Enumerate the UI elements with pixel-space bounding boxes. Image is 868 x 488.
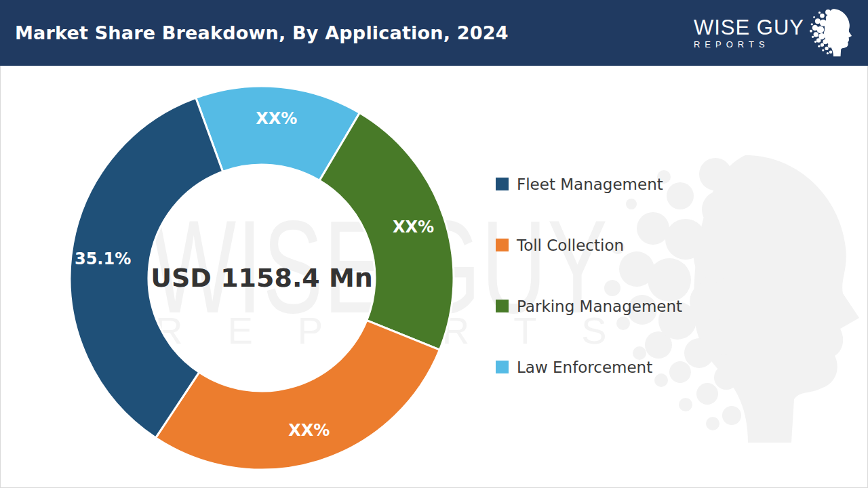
legend-item-fleet-management: Fleet Management [496, 174, 682, 194]
report-page: Market Share Breakdown, By Application, … [0, 0, 868, 488]
legend-swatch-law-enforcement [496, 361, 509, 373]
brand-subtitle: REPORTS [694, 40, 804, 49]
donut-slice-toll-collection [156, 321, 440, 470]
page-title: Market Share Breakdown, By Application, … [15, 22, 509, 43]
chart-area: WISE GUY REPORTS XX%XX%XX%35.1% USD 1158… [0, 66, 868, 488]
legend-label-fleet-management: Fleet Management [517, 176, 663, 193]
legend-item-toll-collection: Toll Collection [496, 235, 682, 255]
donut-chart: XX%XX%XX%35.1% [1, 66, 867, 487]
slice-label-toll-collection: XX% [288, 421, 330, 440]
slice-label-law-enforcement: XX% [256, 109, 297, 128]
legend-item-parking-management: Parking Management [496, 296, 682, 316]
brand-face-icon [808, 6, 853, 60]
brand-logo: WISE GUY REPORTS [694, 6, 853, 60]
slice-label-parking-management: XX% [393, 218, 434, 237]
legend-swatch-toll-collection [496, 239, 509, 251]
donut-center-value: USD 1158.4 Mn [151, 263, 373, 293]
legend-label-law-enforcement: Law Enforcement [517, 359, 652, 376]
slice-label-fleet-management: 35.1% [75, 249, 131, 268]
brand-logo-text: WISE GUY REPORTS [694, 17, 804, 49]
legend-swatch-fleet-management [496, 178, 509, 190]
header-bar: Market Share Breakdown, By Application, … [0, 0, 868, 66]
legend-swatch-parking-management [496, 300, 509, 312]
brand-name: WISE GUY [694, 17, 804, 38]
legend-label-parking-management: Parking Management [517, 298, 682, 315]
legend-item-law-enforcement: Law Enforcement [496, 357, 682, 377]
legend: Fleet ManagementToll CollectionParking M… [496, 174, 682, 418]
legend-label-toll-collection: Toll Collection [517, 237, 624, 254]
